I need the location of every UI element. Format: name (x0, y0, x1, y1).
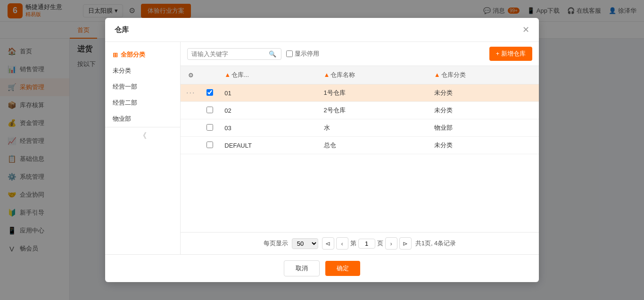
per-page-select[interactable]: 50 100 200 (292, 238, 318, 249)
row-checkbox[interactable] (206, 142, 213, 148)
total-info: 共1页, 4条记录 (415, 239, 456, 248)
row-actions (181, 119, 201, 137)
table-row[interactable]: 02 2号仓库 未分类 (181, 102, 539, 119)
modal-sidebar-dept1[interactable]: 经营一部 (105, 79, 180, 95)
row-actions (181, 102, 201, 119)
row-more-button[interactable]: ··· (186, 89, 195, 97)
modal-overlay: 仓库 ✕ ⊞ 全部分类 未分类 经营一部 经营二部 (0, 0, 644, 300)
modal-close-button[interactable]: ✕ (522, 25, 529, 35)
modal-sidebar-uncategorized[interactable]: 未分类 (105, 63, 180, 79)
th-code: ▲仓库... (219, 66, 318, 84)
page-input[interactable] (358, 239, 375, 249)
row-actions (181, 137, 201, 154)
modal-sidebar-label-all: 全部分类 (121, 50, 145, 59)
last-page-button[interactable]: ⊳ (399, 237, 412, 250)
modal-sidebar-property[interactable]: 物业部 (105, 111, 180, 127)
row-checkbox[interactable] (206, 89, 213, 96)
th-check (201, 66, 219, 84)
show-disabled-wrap: 显示停用 (286, 50, 319, 58)
sidebar-collapse-button[interactable]: 《 (105, 127, 180, 145)
grid-icon: ⊞ (113, 51, 118, 58)
table-row[interactable]: ··· 01 1号仓库 未分类 (181, 84, 539, 102)
row-checkbox-cell[interactable] (201, 137, 219, 154)
row-checkbox-cell[interactable] (201, 119, 219, 137)
modal-sidebar-label-property: 物业部 (113, 115, 131, 123)
th-gear: ⚙ (181, 66, 201, 84)
th-name: ▲仓库名称 (318, 66, 429, 84)
row-name: 总仓 (318, 137, 429, 154)
table-row[interactable]: DEFAULT 总仓 未分类 (181, 137, 539, 154)
per-page-dropdown[interactable]: 50 100 200 (292, 238, 318, 249)
confirm-button[interactable]: 确定 (325, 261, 360, 276)
modal-actions: 取消 确定 (105, 254, 539, 282)
row-name: 2号仓库 (318, 102, 429, 119)
search-icon: 🔍 (269, 50, 276, 58)
modal-body: ⊞ 全部分类 未分类 经营一部 经营二部 物业部 《 (105, 42, 539, 254)
row-category: 未分类 (429, 137, 539, 154)
cancel-button[interactable]: 取消 (284, 260, 320, 276)
row-code: 02 (219, 102, 318, 119)
prev-page-button[interactable]: ‹ (336, 237, 348, 250)
table-row[interactable]: 03 水 物业部 (181, 119, 539, 137)
next-page-button[interactable]: › (385, 237, 397, 250)
row-checkbox-cell[interactable] (201, 102, 219, 119)
modal-title: 仓库 (115, 25, 129, 34)
modal-header: 仓库 ✕ (105, 18, 539, 42)
row-checkbox-cell[interactable] (201, 84, 219, 102)
th-category: ▲仓库分类 (429, 66, 539, 84)
add-warehouse-button[interactable]: + 新增仓库 (489, 47, 532, 61)
show-disabled-checkbox[interactable] (286, 50, 293, 57)
page-navigation: ⊲ ‹ 第 页 › ⊳ (322, 237, 412, 250)
modal-pagination: 每页显示 50 100 200 ⊲ ‹ 第 页 › (181, 232, 539, 254)
modal-toolbar: 🔍 显示停用 + 新增仓库 (181, 42, 539, 66)
row-code: 01 (219, 84, 318, 102)
row-actions: ··· (181, 84, 201, 102)
row-category: 未分类 (429, 84, 539, 102)
page-suffix: 页 (377, 239, 383, 248)
table-header-row: ⚙ ▲仓库... ▲仓库名称 ▲仓库分类 (181, 66, 539, 84)
search-input[interactable] (191, 50, 267, 58)
modal-main: 🔍 显示停用 + 新增仓库 ⚙ (181, 42, 539, 254)
row-category: 未分类 (429, 102, 539, 119)
row-checkbox[interactable] (206, 124, 213, 131)
first-page-button[interactable]: ⊲ (322, 237, 334, 250)
row-code: DEFAULT (219, 137, 318, 154)
modal-warehouse: 仓库 ✕ ⊞ 全部分类 未分类 经营一部 经营二部 (105, 18, 539, 282)
row-name: 水 (318, 119, 429, 137)
row-code: 03 (219, 119, 318, 137)
modal-sidebar-all-categories[interactable]: ⊞ 全部分类 (105, 47, 180, 63)
warehouse-table: ⚙ ▲仓库... ▲仓库名称 ▲仓库分类 ··· 01 (181, 66, 539, 154)
show-disabled-label: 显示停用 (295, 50, 319, 58)
row-checkbox[interactable] (206, 107, 213, 113)
modal-sidebar-label-uncategorized: 未分类 (113, 67, 131, 75)
warehouse-table-wrap: ⚙ ▲仓库... ▲仓库名称 ▲仓库分类 ··· 01 (181, 66, 539, 232)
modal-sidebar: ⊞ 全部分类 未分类 经营一部 经营二部 物业部 《 (105, 42, 181, 254)
page-label: 第 (350, 239, 356, 248)
modal-sidebar-label-dept1: 经营一部 (113, 83, 137, 91)
modal-sidebar-label-dept2: 经营二部 (113, 99, 137, 107)
search-input-wrap[interactable]: 🔍 (187, 48, 281, 60)
modal-sidebar-dept2[interactable]: 经营二部 (105, 95, 180, 111)
row-category: 物业部 (429, 119, 539, 137)
row-name: 1号仓库 (318, 84, 429, 102)
per-page-label: 每页显示 (264, 239, 288, 248)
